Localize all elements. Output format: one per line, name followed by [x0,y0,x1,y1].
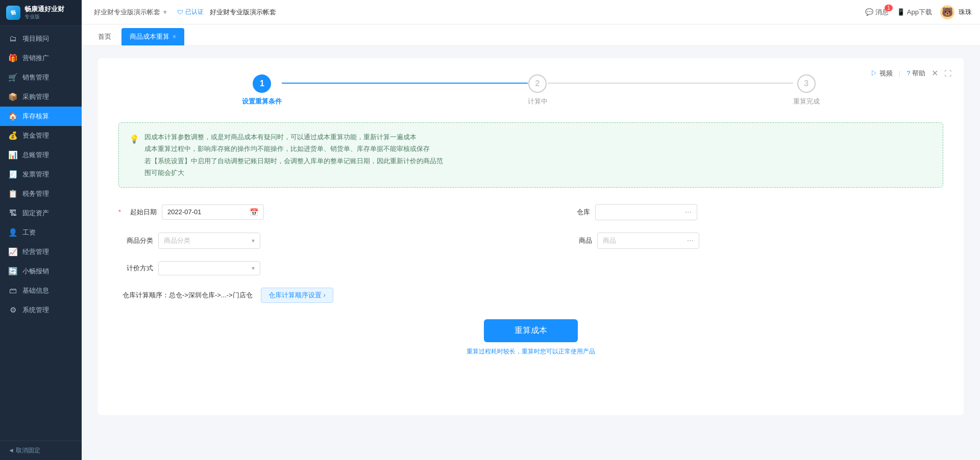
account-selector[interactable]: 好业财专业版演示帐套 ▾ [90,6,171,19]
category-input[interactable]: 商品分类 ▾ [158,233,260,249]
info-icon: 💡 [129,132,139,179]
goods-input[interactable]: 商品 ··· [597,233,699,249]
purchase-icon: 📦 [8,92,17,101]
sidebar-menu: 🗂 项目顾问 🎁 营销推广 🛒 销售管理 📦 采购管理 🏠 库存核算 💰 资金管… [0,26,82,441]
sidebar-item-operation[interactable]: 📈 经营管理 [0,242,82,262]
sidebar-item-system[interactable]: ⚙ 系统管理 [0,300,82,320]
pricing-input[interactable]: ▾ [158,261,260,275]
recalc-hint: 重算过程耗时较长，重算时您可以正常使用产品 [467,347,595,356]
step-3-circle: 3 [797,74,816,93]
app-download-button[interactable]: 📱 App下载 [897,8,932,17]
sidebar-item-salary[interactable]: 👤 工资 [0,223,82,242]
form-field-category: 商品分类 商品分类 ▾ [122,233,504,249]
sidebar-item-assets[interactable]: 🏗 固定资产 [0,203,82,223]
tab-home[interactable]: 首页 [90,28,119,45]
info-box: 💡 因成本计算参数调整，或是对商品成本有疑问时，可以通过成本重算功能，重新计算一… [118,122,943,188]
category-placeholder: 商品分类 [164,236,190,245]
form-row-3: 计价方式 ▾ [118,261,943,275]
verified-text: 已认证 [185,8,204,16]
recalc-button[interactable]: 重算成本 [484,319,578,342]
tab-close-icon[interactable]: × [173,33,176,40]
warehouse-more-icon[interactable]: ··· [685,208,692,217]
phone-icon: 📱 [897,8,905,16]
system-icon: ⚙ [8,305,17,315]
sidebar-item-accounting[interactable]: 📊 总账管理 [0,145,82,165]
tabs-bar: 首页 商品成本重算 × [82,24,980,46]
inventory-icon: 🏠 [8,112,17,121]
sidebar-item-marketing[interactable]: 🎁 营销推广 [0,48,82,68]
warehouse-label: 仓库 [559,208,590,217]
step-3: 3 重算完成 [793,74,820,106]
sidebar-item-invoice[interactable]: 🧾 发票管理 [0,165,82,184]
recalc-section: 重算成本 重算过程耗时较长，重算时您可以正常使用产品 [118,319,943,356]
account-name: 好业财专业版演示帐套 [94,8,160,17]
step-3-label: 重算完成 [793,97,820,106]
sidebar: 畅 畅康通好业财 专业版 🗂 项目顾问 🎁 营销推广 🛒 销售管理 📦 采购管理… [0,0,82,460]
operation-icon: 📈 [8,247,17,257]
warehouse-order-row: 仓库计算顺序：总仓->深圳仓库->...->门店仓 仓库计算顺序设置 › [122,288,943,303]
help-link[interactable]: ? 帮助 [906,69,925,78]
required-marker: * [118,208,121,216]
tax-icon: 📋 [8,189,17,198]
step-2-circle: 2 [528,74,547,93]
form-row-1: * 起始日期 2022-07-01 📅 仓库 ··· [118,204,943,220]
sidebar-item-basic[interactable]: 🗃 基础信息 [0,281,82,300]
warehouse-input[interactable]: ··· [595,204,697,220]
topbar: 好业财专业版演示帐套 ▾ 🛡 已认证 好业财专业版演示帐套 💬 消息 1 📱 A… [82,0,980,24]
warehouse-order-btn[interactable]: 仓库计算顺序设置 › [261,288,333,303]
account-dropdown-icon: ▾ [163,8,167,16]
sidebar-item-expense[interactable]: 🔄 小畅报销 [0,262,82,281]
content-panel: ▷ 视频 | ? 帮助 ✕ ⛶ 1 设置重算条件 [98,58,964,415]
verified-account-name: 好业财专业版演示帐套 [210,8,276,17]
step-1-circle: 1 [253,74,271,93]
shield-icon: 🛡 [177,9,183,16]
finance-icon: 💰 [8,131,17,140]
user-profile[interactable]: 🐻 珠珠 [940,5,972,19]
marketing-icon: 🎁 [8,54,17,63]
goods-placeholder: 商品 [603,236,616,245]
form-row-2: 商品分类 商品分类 ▾ 商品 商品 ··· [118,233,943,249]
project-icon: 🗂 [8,34,17,43]
sidebar-item-sales[interactable]: 🛒 销售管理 [0,68,82,87]
sidebar-item-purchase[interactable]: 📦 采购管理 [0,87,82,107]
sidebar-logo: 畅 [6,6,20,20]
goods-more-icon[interactable]: ··· [687,236,694,245]
main-area: 好业财专业版演示帐套 ▾ 🛡 已认证 好业财专业版演示帐套 💬 消息 1 📱 A… [82,0,980,460]
start-date-input[interactable]: 2022-07-01 📅 [162,205,264,220]
form-field-start-date: * 起始日期 2022-07-01 📅 [118,205,502,220]
messages-button[interactable]: 💬 消息 1 [865,8,889,17]
calendar-icon[interactable]: 📅 [250,208,258,216]
tab-recalc[interactable]: 商品成本重算 × [121,28,184,45]
sidebar-item-tax[interactable]: 📋 税务管理 [0,184,82,203]
category-dropdown-icon: ▾ [252,237,255,244]
step-2: 2 计算中 [528,74,548,106]
sales-icon: 🛒 [8,73,17,82]
category-label: 商品分类 [122,236,153,245]
panel-expand-button[interactable]: ⛶ [944,69,951,78]
step-line-2 [548,83,793,84]
avatar: 🐻 [940,5,954,19]
video-link[interactable]: ▷ 视频 [871,69,893,78]
sidebar-item-project[interactable]: 🗂 项目顾问 [0,29,82,48]
step-2-label: 计算中 [528,97,548,106]
sidebar-unpin[interactable]: ◄ 取消固定 [0,441,82,460]
user-name: 珠珠 [959,8,972,17]
panel-close-button[interactable]: ✕ [932,68,938,78]
verified-badge: 🛡 已认证 [177,8,204,16]
start-date-label: 起始日期 [126,208,157,217]
play-icon: ▷ [871,69,877,77]
invoice-icon: 🧾 [8,170,17,179]
sidebar-title: 畅康通好业财 [24,5,64,13]
basic-icon: 🗃 [8,286,17,295]
sidebar-item-inventory[interactable]: 🏠 库存核算 [0,107,82,126]
topbar-right: 💬 消息 1 📱 App下载 🐻 珠珠 [865,5,972,19]
form-field-goods: 商品 商品 ··· [561,233,943,249]
content-area: ▷ 视频 | ? 帮助 ✕ ⛶ 1 设置重算条件 [82,46,980,460]
warehouse-btn-arrow: › [324,291,326,299]
message-badge: 1 [885,5,893,11]
form-field-warehouse: 仓库 ··· [559,204,943,220]
message-icon: 💬 [865,8,873,16]
accounting-icon: 📊 [8,150,17,160]
expense-icon: 🔄 [8,267,17,276]
sidebar-item-finance[interactable]: 💰 资金管理 [0,126,82,145]
